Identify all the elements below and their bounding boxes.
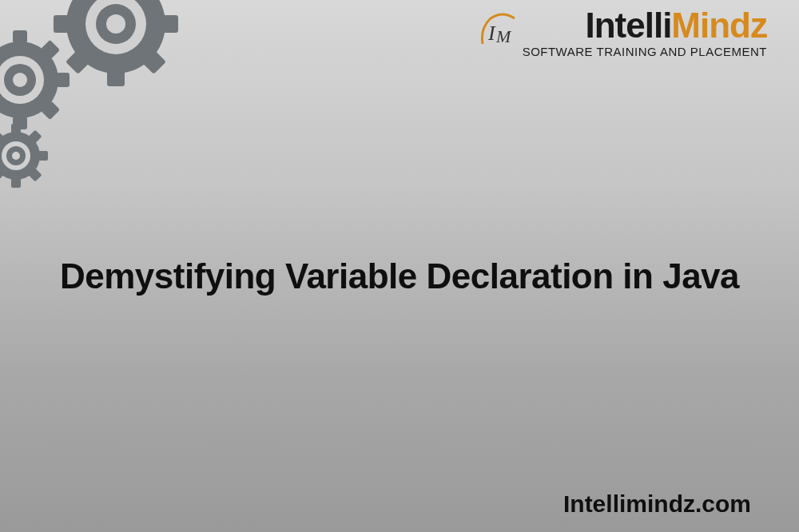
svg-rect-13 [13,30,27,43]
logo-tagline: SOFTWARE TRAINING AND PLACEMENT [523,45,767,58]
svg-point-35 [12,152,20,160]
logo-mark-icon: I M [479,12,519,48]
svg-text:I: I [487,22,496,45]
svg-rect-2 [107,70,125,86]
brand-logo: I M IntelliMindz SOFTWARE TRAINING AND P… [523,8,767,58]
logo-text: IntelliMindz [523,8,767,43]
svg-rect-25 [11,124,21,133]
svg-rect-16 [57,73,70,87]
svg-point-11 [106,14,125,34]
svg-text:M: M [495,26,512,46]
svg-rect-4 [162,15,178,33]
svg-rect-26 [11,178,21,188]
logo-part1: Intelli [585,6,671,45]
svg-rect-3 [54,15,70,33]
svg-point-23 [13,73,27,87]
logo-part2: Mindz [671,6,767,45]
gears-decoration [0,0,200,200]
page-title: Demystifying Variable Declaration in Jav… [0,253,799,300]
footer-url: Intellimindz.com [563,490,751,518]
svg-rect-28 [38,151,48,161]
